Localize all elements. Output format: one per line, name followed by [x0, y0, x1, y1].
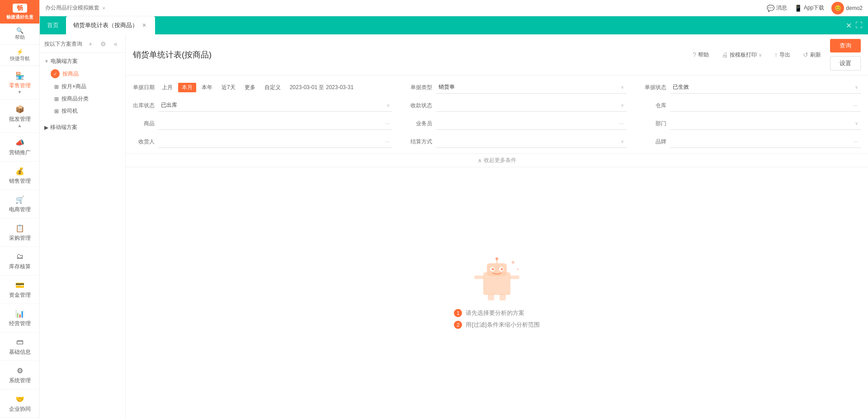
brand-more-icon[interactable]: ··· [854, 138, 858, 145]
action-buttons: 查询 设置 [830, 39, 861, 71]
sidebar-item-ecommerce[interactable]: 🛒 电商管理 [0, 190, 39, 218]
add-icon: + [89, 40, 92, 48]
query-button[interactable]: 查询 [830, 39, 861, 52]
enterprise-icon: 🤝 [15, 394, 25, 404]
username: demo2 [846, 5, 863, 11]
window-maximize-icon[interactable]: ⛶ [855, 21, 863, 29]
date-this-year-btn[interactable]: 本年 [198, 83, 216, 92]
refresh-btn[interactable]: ↺ 刷新 [799, 49, 825, 61]
date-this-month-btn[interactable]: 本月 [178, 83, 196, 92]
product-value-area[interactable]: ··· [158, 117, 392, 130]
sidebar-item-sales[interactable]: 💰 销售管理 [0, 162, 39, 190]
app-logo[interactable]: 畅 畅捷通好生意 [0, 0, 40, 24]
warehouse-value-area[interactable]: ··· [670, 99, 861, 112]
sidebar-item-system[interactable]: ⚙ 系统管理 [0, 361, 39, 390]
export-btn[interactable]: ↑ 导出 [771, 49, 794, 61]
svg-text:✦: ✦ [516, 267, 519, 272]
purchase-label: 采购管理 [9, 234, 31, 242]
doc-status-filter: 单据状态 已生效 ∨ [645, 81, 861, 94]
dept-value-area[interactable]: ∨ [670, 117, 861, 130]
doc-type-label: 单据类型 [410, 84, 436, 91]
user-profile-btn[interactable]: 😊 demo2 [831, 2, 863, 14]
right-panel: 销货单统计表(按商品) ? 帮助 🖨 按模板打印 ∨ ↑ 导出 [126, 34, 868, 418]
tab-sales-stats[interactable]: 销货单统计表（按商品） ✕ [66, 16, 155, 34]
scheme-item-by-category[interactable]: ⊞ 按商品分类 [40, 93, 125, 105]
svg-rect-10 [488, 294, 494, 300]
print-dropdown-icon: ∨ [759, 52, 762, 57]
empty-text-list: 1 请先选择要分析的方案 2 用[过滤]条件来缩小分析范围 [454, 309, 539, 329]
receiver-value-area[interactable]: ··· [158, 135, 392, 148]
date-custom-btn[interactable]: 自定义 [261, 83, 284, 92]
page-body: 按以下方案查询 + ⚙ « ▼ 电脑端方案 ✓ [40, 34, 868, 418]
search-label: 帮助 [15, 34, 25, 41]
receiver-filter: 收货人 ··· [133, 135, 392, 148]
search-menu-item[interactable]: 🔍 帮助 [0, 24, 39, 45]
warehouse-more-icon[interactable]: ··· [854, 102, 858, 109]
empty-svg: ✦ ✦ [470, 256, 524, 302]
collapse-panel-btn[interactable]: « [111, 39, 121, 49]
sidebar-item-finance[interactable]: 💳 资金管理 [0, 276, 39, 304]
sidebar-item-purchase[interactable]: 📋 采购管理 [0, 218, 39, 247]
sidebar-item-marketing[interactable]: 📣 营销推广 [0, 133, 39, 162]
help-label: 帮助 [698, 51, 709, 59]
scheme-item-by-driver[interactable]: ⊞ 按司机 [40, 105, 125, 117]
receiver-more-icon[interactable]: ··· [385, 138, 390, 145]
message-btn[interactable]: 💬 消息 [767, 4, 787, 12]
desktop-group-title[interactable]: ▼ 电脑端方案 [40, 56, 125, 67]
staff-value-area[interactable]: ··· [436, 117, 627, 130]
print-btn[interactable]: 🖨 按模板打印 ∨ [718, 49, 765, 61]
product-filter: 商品 ··· [133, 117, 392, 130]
tab-close-icon[interactable]: ✕ [141, 22, 148, 29]
staff-more-icon[interactable]: ··· [619, 120, 624, 127]
scheme-grid-icon-1: ⊞ [54, 84, 59, 90]
basics-label: 基础信息 [9, 348, 31, 356]
scheme-item-by-month-product[interactable]: ⊞ 按月+商品 [40, 81, 125, 93]
payment-label: 结算方式 [410, 138, 436, 146]
app-logo-text: 畅捷通好生意 [6, 14, 33, 20]
date-last7-btn[interactable]: 近7天 [218, 83, 239, 92]
retail-icon: 🏪 [15, 71, 25, 81]
settings-button[interactable]: 设置 [830, 56, 861, 71]
sidebar-item-enterprise[interactable]: 🤝 企业协同 [0, 390, 39, 418]
date-range-text: 2023-03-01 至 2023-03-31 [286, 84, 354, 91]
scheme-item-by-product[interactable]: ✓ 按商品 [40, 67, 125, 81]
basics-icon: 🗃 [15, 337, 25, 347]
receipt-status-value-area[interactable]: ∨ [436, 99, 627, 112]
sidebar: 畅 畅捷通好生意 🔍 帮助 ⚡ 快捷导航 🏪 零售管理 ▼ 📦 批发管理 ▲ 📣… [0, 0, 40, 418]
payment-value-area[interactable]: ∨ [436, 135, 627, 148]
date-last-month-btn[interactable]: 上月 [158, 83, 176, 92]
sidebar-item-operations[interactable]: 📊 经营管理 [0, 304, 39, 332]
tip-number-1: 1 [454, 309, 462, 317]
filter-row-1: 单据日期 上月 本月 本年 近7天 更多 自定义 2023-03-01 至 20… [133, 81, 861, 94]
date-more-btn[interactable]: 更多 [241, 83, 259, 92]
brand-value-area[interactable]: ··· [670, 135, 861, 148]
out-status-value-area[interactable]: 已出库 ∨ [158, 99, 392, 112]
sidebar-item-inventory[interactable]: 🗂 库存核算 [0, 247, 39, 276]
sidebar-item-basics[interactable]: 🗃 基础信息 [0, 332, 39, 361]
marketing-icon: 📣 [15, 138, 25, 147]
quick-nav-item[interactable]: ⚡ 快捷导航 [0, 45, 39, 66]
svg-point-4 [491, 268, 494, 271]
tab-home[interactable]: 首页 [40, 16, 66, 34]
retail-expand-icon: ▼ [18, 90, 22, 95]
sidebar-item-retail[interactable]: 🏪 零售管理 ▼ [0, 66, 39, 100]
app-download-btn[interactable]: 📱 App下载 [794, 4, 824, 12]
sidebar-item-wholesale[interactable]: 📦 批发管理 ▲ [0, 100, 39, 133]
phone-icon: 📱 [794, 5, 802, 12]
collapse-bar[interactable]: ∧ 收起更多条件 [126, 154, 868, 167]
help-btn[interactable]: ? 帮助 [689, 49, 712, 61]
add-scheme-btn[interactable]: + [85, 39, 95, 49]
avatar: 😊 [831, 2, 844, 14]
doc-type-value-area[interactable]: 销货单 ∨ [436, 81, 627, 94]
page-actions: ? 帮助 🖨 按模板打印 ∨ ↑ 导出 ↺ 刷新 [689, 39, 861, 71]
current-account[interactable]: 办公用品行业模拟账套 [45, 4, 99, 12]
print-label: 按模板打印 [730, 51, 757, 59]
mobile-group-title[interactable]: ▶ 移动端方案 [40, 122, 125, 133]
doc-status-value-area[interactable]: 已生效 ∨ [670, 81, 861, 94]
window-close-icon[interactable]: ✕ [846, 21, 852, 30]
product-more-icon[interactable]: ··· [385, 120, 390, 127]
settings-scheme-btn[interactable]: ⚙ [98, 39, 108, 49]
svg-point-7 [495, 257, 498, 260]
svg-rect-11 [500, 294, 506, 300]
svg-text:✦: ✦ [510, 259, 516, 266]
